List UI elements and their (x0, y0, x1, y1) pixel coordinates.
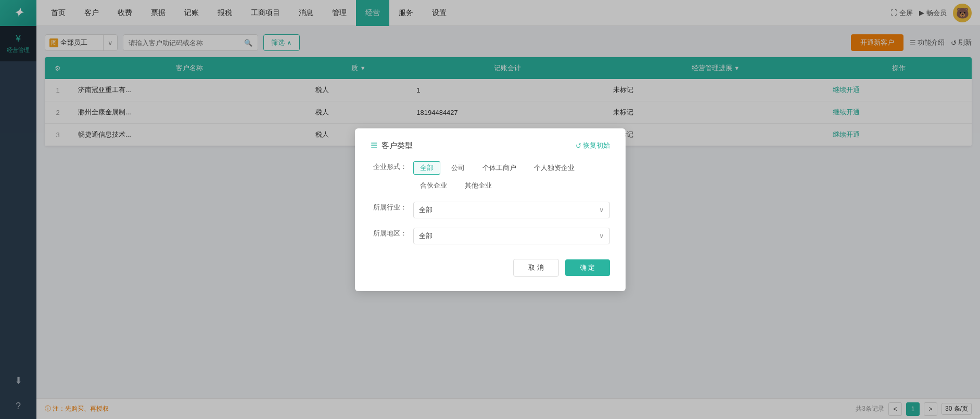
industry-select-arrow: ∨ (599, 206, 604, 214)
modal-footer: 取 消 确 定 (371, 259, 610, 277)
enterprise-form-tags: 全部公司个体工商户个人独资企业合伙企业其他企业 (413, 161, 610, 192)
enterprise-tag-其他企业[interactable]: 其他企业 (458, 179, 499, 192)
enterprise-form-row: 企业形式： 全部公司个体工商户个人独资企业合伙企业其他企业 (371, 161, 610, 192)
enterprise-tag-个体工商户[interactable]: 个体工商户 (476, 161, 523, 175)
region-select-arrow: ∨ (599, 232, 604, 240)
industry-select-value: 全部 (419, 205, 432, 215)
region-row: 所属地区： 全部 ∨ (371, 228, 610, 244)
industry-select[interactable]: 全部 ∨ (413, 202, 610, 218)
modal-title: ☰ 客户类型 (371, 141, 413, 151)
modal-header: ☰ 客户类型 ↺ 恢复初始 (371, 141, 610, 151)
region-select[interactable]: 全部 ∨ (413, 228, 610, 244)
enterprise-tag-全部[interactable]: 全部 (413, 161, 440, 175)
region-label: 所属地区： (371, 228, 407, 238)
enterprise-tag-个人独资企业[interactable]: 个人独资企业 (527, 161, 581, 175)
region-select-value: 全部 (419, 231, 432, 241)
enterprise-tag-合伙企业[interactable]: 合伙企业 (413, 179, 454, 192)
modal-title-text: 客户类型 (381, 141, 413, 151)
filter-modal: ☰ 客户类型 ↺ 恢复初始 企业形式： 全部公司个体工商户个人独资企业合伙企业其… (355, 128, 626, 291)
modal-overlay: ☰ 客户类型 ↺ 恢复初始 企业形式： 全部公司个体工商户个人独资企业合伙企业其… (0, 0, 980, 419)
industry-row: 所属行业： 全部 ∨ (371, 202, 610, 218)
reset-label: 恢复初始 (583, 141, 610, 150)
enterprise-form-label: 企业形式： (371, 161, 407, 172)
modal-reset-btn[interactable]: ↺ 恢复初始 (576, 141, 610, 150)
enterprise-tag-公司[interactable]: 公司 (444, 161, 472, 175)
cancel-button[interactable]: 取 消 (513, 259, 559, 277)
confirm-button[interactable]: 确 定 (565, 259, 610, 276)
modal-title-icon: ☰ (371, 141, 377, 150)
industry-label: 所属行业： (371, 202, 407, 212)
reset-icon: ↺ (576, 142, 581, 150)
